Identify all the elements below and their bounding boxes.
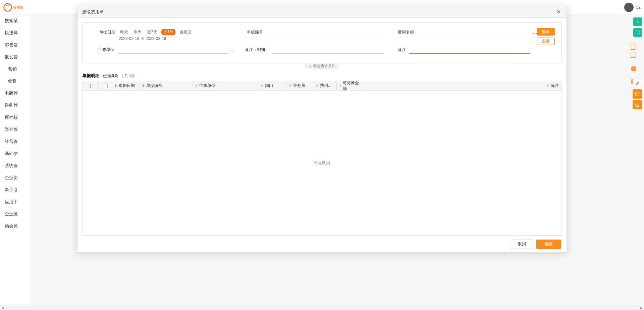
detail-total: | 共0条: [122, 73, 135, 79]
detail-total-text: 共0条: [124, 73, 135, 78]
date-range-text: 2023-02-18 至 2023-03-18: [119, 36, 193, 42]
date-preset-0[interactable]: 昨天: [119, 29, 129, 35]
col-dept-label: 部门: [265, 83, 273, 89]
remark-detail-input[interactable]: [272, 46, 384, 54]
attachment-icon[interactable]: [633, 79, 642, 88]
contact-input[interactable]: [118, 46, 228, 54]
user-suffix: 52: [636, 5, 641, 10]
dialog-footer: 取消 确定: [77, 236, 567, 252]
close-icon[interactable]: ✕: [555, 9, 562, 15]
chevron-up-icon: ︽: [309, 64, 312, 68]
select-expense-bill-dialog: 选取费用单 ✕ 单据日期 昨天今天近7天近1月自定义 2023-02-18 至 …: [77, 6, 567, 253]
empty-text: 暂无数据: [314, 160, 330, 166]
col-date[interactable]: 单据日期: [112, 81, 140, 90]
sidebar-item-3[interactable]: 批发管: [0, 51, 31, 63]
filter-label-contact: 往来单位: [97, 46, 114, 53]
sidebar-item-7[interactable]: 采购管: [0, 99, 31, 111]
col-docno[interactable]: 单据编号: [140, 81, 193, 90]
sidebar-item-17[interactable]: 畅会员: [0, 220, 31, 232]
sidebar-item-4[interactable]: 营销: [0, 63, 31, 75]
bg-action-1[interactable]: ×: [633, 17, 642, 26]
col-remark-label: 备注: [551, 83, 559, 89]
filter-label-feename: 费用名称: [396, 29, 414, 35]
avatar[interactable]: [624, 3, 634, 12]
bg-action-2[interactable]: ⛶: [633, 28, 642, 37]
dialog-header: 选取费用单 ✕: [77, 6, 567, 18]
scroll-left-icon[interactable]: ◄: [1, 306, 5, 310]
date-preset-2[interactable]: 近7天: [146, 29, 159, 35]
sidebar-item-2[interactable]: 零售管: [0, 39, 31, 51]
svg-point-4: [90, 85, 91, 87]
col-feename-label: 费用...: [320, 83, 331, 89]
table-header: 单据日期 单据编号 往来单位 部门: [83, 81, 561, 91]
date-presets: 昨天今天近7天近1月自定义: [119, 29, 193, 35]
filter-label-date: 单据日期: [97, 29, 115, 35]
scroll-right-icon[interactable]: ►: [639, 306, 643, 310]
image-icon-2[interactable]: [633, 100, 642, 109]
filter-label-remark-detail: 备注（明细）: [245, 46, 269, 53]
sidebar-item-1[interactable]: 快捷导: [0, 27, 31, 39]
filter-panel: 单据日期 昨天今天近7天近1月自定义 2023-02-18 至 2023-03-…: [82, 22, 562, 63]
table-empty: 暂无数据: [83, 91, 561, 235]
bg-horizontal-scrollbar[interactable]: ◄ ►: [0, 305, 644, 310]
select-all-checkbox[interactable]: [99, 81, 112, 90]
sidebar-item-10[interactable]: 经营管: [0, 136, 31, 148]
image-icon[interactable]: [633, 89, 642, 99]
detail-table: 单据日期 单据编号 往来单位 部门: [82, 81, 562, 236]
col-alloc[interactable]: 可分摊金额: [337, 81, 362, 90]
bg-pill-2[interactable]: [630, 52, 636, 58]
detail-selected-prefix: 已选: [103, 73, 112, 78]
dialog-title: 选取费用单: [82, 9, 104, 15]
cancel-button[interactable]: 取消: [511, 240, 533, 249]
col-docno-label: 单据编号: [146, 83, 162, 89]
detail-selected-suffix: 条: [114, 73, 118, 78]
contact-more-icon[interactable]: ⋯: [230, 48, 235, 54]
col-biz-label: 业务员: [293, 83, 305, 89]
filter-label-docno: 单据编号: [245, 29, 263, 35]
col-contact[interactable]: 往来单位: [193, 81, 258, 90]
confirm-button[interactable]: 确定: [536, 240, 561, 249]
sidebar-item-0[interactable]: 搜索菜: [0, 15, 31, 27]
detail-title: 单据明细: [82, 73, 100, 79]
bg-pill-1[interactable]: [630, 44, 636, 50]
detail-selected: 已选0条: [103, 73, 118, 79]
col-contact-label: 往来单位: [199, 83, 215, 89]
sidebar-item-6[interactable]: 电商管: [0, 87, 31, 99]
col-remark[interactable]: 备注: [362, 81, 561, 90]
remark-input[interactable]: [409, 46, 530, 54]
sidebar-item-11[interactable]: 基础信: [0, 148, 31, 160]
sidebar: 搜索菜快捷导零售管批发管营销销售电商管采购管库存核资金管经营管基础信系统管企业协…: [0, 15, 31, 310]
logo-icon: [3, 3, 12, 12]
sidebar-item-9[interactable]: 资金管: [0, 123, 31, 136]
col-date-label: 单据日期: [119, 83, 135, 89]
svg-rect-1: [636, 92, 639, 96]
sidebar-item-15[interactable]: 应用中: [0, 196, 31, 208]
app-logo: 标准版: [3, 2, 31, 12]
sidebar-item-14[interactable]: 新手引: [0, 184, 31, 196]
date-preset-4[interactable]: 自定义: [178, 29, 193, 35]
col-biz[interactable]: 业务员: [286, 81, 313, 90]
logo-text: 标准版: [13, 5, 23, 10]
col-alloc-label: 可分摊金额: [343, 80, 359, 92]
sidebar-item-8[interactable]: 库存核: [0, 111, 31, 123]
sidebar-item-13[interactable]: 企业协: [0, 172, 31, 184]
svg-point-2: [636, 93, 637, 94]
bg-badge-1[interactable]: [631, 66, 636, 71]
settings-button[interactable]: 设置: [537, 38, 555, 45]
sidebar-item-16[interactable]: 企业微: [0, 208, 31, 220]
query-button[interactable]: 查询: [537, 28, 555, 36]
fee-name-input[interactable]: [417, 29, 531, 36]
svg-rect-3: [636, 103, 639, 107]
doc-no-input[interactable]: [266, 29, 384, 36]
detail-header: 单据明细 已选0条 | 共0条: [82, 73, 562, 79]
col-dept[interactable]: 部门: [258, 81, 286, 90]
table-settings-icon[interactable]: [83, 81, 99, 90]
filter-label-remark: 备注: [396, 46, 406, 53]
sidebar-item-5[interactable]: 销售: [0, 75, 31, 87]
collapse-label: 收起更多条件: [313, 63, 335, 68]
sidebar-item-12[interactable]: 系统管: [0, 160, 31, 172]
date-preset-3[interactable]: 近1月: [161, 29, 176, 35]
collapse-more-conditions[interactable]: ︽ 收起更多条件: [305, 63, 339, 69]
date-preset-1[interactable]: 今天: [132, 29, 143, 35]
col-feename[interactable]: 费用...: [313, 81, 337, 90]
